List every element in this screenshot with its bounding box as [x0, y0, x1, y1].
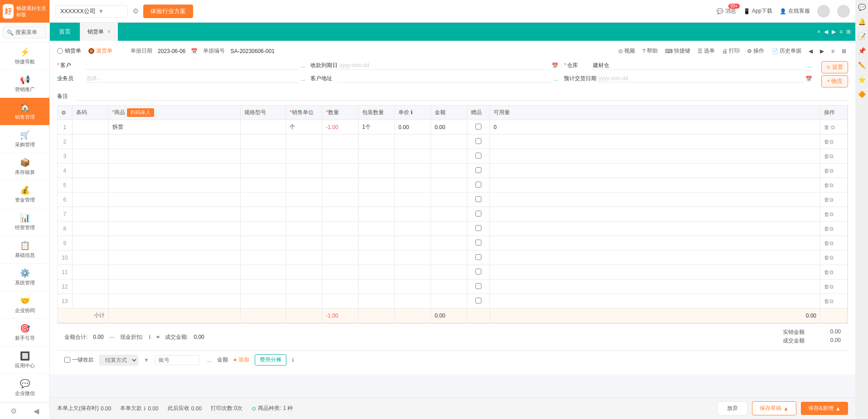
sidebar-settings-icon[interactable]: ⚙ — [10, 407, 17, 415]
date-calendar-icon[interactable]: 📅 — [191, 48, 198, 54]
row-12-delete-icon[interactable]: 🗑 — [824, 284, 829, 290]
row-5-delete-icon[interactable]: 🗑 — [824, 182, 829, 188]
sidebar-collapse-icon[interactable]: ◀ — [34, 407, 39, 415]
messages-button[interactable]: 💬 消息 99+ — [717, 7, 736, 15]
row-9-copy-icon[interactable]: ⧉ — [829, 240, 834, 246]
save-draft-button[interactable]: 保存草稿 ▲ — [752, 401, 796, 415]
row-8-unit-price[interactable] — [395, 222, 431, 236]
row-9-gift[interactable] — [467, 236, 490, 250]
row-3-product[interactable] — [108, 149, 241, 164]
row-4-pkg-quantity[interactable] — [359, 164, 395, 178]
row-9-delete-icon[interactable]: 🗑 — [824, 240, 829, 246]
row-6-unit-price[interactable] — [395, 193, 431, 207]
row-9-unit-price[interactable] — [395, 236, 431, 250]
operations-btn[interactable]: ⚙ 操作 — [745, 46, 766, 56]
delivery-calendar-icon[interactable]: 📅 — [805, 76, 812, 82]
due-date-calendar-icon[interactable]: 📅 — [552, 63, 558, 69]
row-11-unit-price[interactable] — [395, 265, 431, 279]
online-service-button[interactable]: 👤 在线客服 — [780, 7, 810, 15]
address-dots[interactable]: ... — [554, 76, 558, 82]
row-11-gift-checkbox[interactable] — [475, 269, 481, 275]
row-12-unit[interactable] — [286, 279, 322, 294]
row-2-unit-price[interactable] — [395, 135, 431, 149]
row-13-barcode[interactable] — [72, 294, 108, 308]
prev-icon[interactable]: ◀ — [807, 47, 815, 55]
col-settings[interactable]: ⚙ — [58, 106, 72, 120]
row-6-unit[interactable] — [286, 193, 322, 207]
row-4-copy-icon[interactable]: ⧉ — [829, 168, 834, 174]
row-7-unit[interactable] — [286, 207, 322, 222]
row-8-quantity[interactable] — [322, 222, 359, 236]
row-7-delete-icon[interactable]: 🗑 — [824, 211, 829, 217]
return-order-radio[interactable]: 退货单 — [88, 47, 112, 55]
right-panel-star-icon[interactable]: ⭐ — [858, 76, 866, 83]
row-10-product[interactable] — [108, 250, 241, 265]
tab-view-icon-1[interactable]: ◀ — [824, 29, 828, 35]
row-4-gift-checkbox[interactable] — [475, 167, 481, 173]
row-12-gift-checkbox[interactable] — [475, 283, 481, 289]
row-9-amount[interactable] — [431, 236, 467, 250]
right-panel-alert-icon[interactable]: 🔶 — [858, 91, 866, 98]
row-5-gift-checkbox[interactable] — [475, 182, 481, 188]
row-7-gift-checkbox[interactable] — [475, 211, 481, 217]
delivery-date-input[interactable] — [596, 74, 803, 83]
logistics-button[interactable]: + 物流 — [821, 75, 848, 87]
search-menu-button[interactable]: 🔍 搜索菜单 — [3, 26, 47, 39]
sidebar-item-inventory[interactable]: 📦 库存核算 — [0, 153, 49, 181]
row-6-copy-icon[interactable]: ⧉ — [829, 197, 834, 203]
row-5-gift[interactable] — [467, 178, 490, 193]
row-9-unit[interactable] — [286, 236, 322, 250]
row-3-pkg-quantity[interactable] — [359, 149, 395, 164]
row-7-quantity[interactable] — [322, 207, 359, 222]
row-1-copy-icon[interactable]: ⧉ — [831, 124, 835, 130]
row-3-unit[interactable] — [286, 149, 322, 164]
sales-order-radio-input[interactable] — [57, 48, 63, 54]
trial-button[interactable]: 体验行业方案 — [143, 5, 193, 18]
row-10-spec[interactable] — [241, 250, 286, 265]
row-12-pkg-quantity[interactable] — [359, 279, 395, 294]
row-4-gift[interactable] — [467, 164, 490, 178]
salesperson-input[interactable] — [84, 74, 299, 83]
sidebar-item-quick-nav[interactable]: ⚡ 快捷导航 — [0, 43, 49, 70]
row-12-quantity[interactable] — [322, 279, 359, 294]
row-3-barcode[interactable] — [72, 149, 108, 164]
app-download-button[interactable]: 📱 App下载 — [743, 7, 772, 15]
row-6-barcode[interactable] — [72, 193, 108, 207]
row-5-quantity[interactable] — [322, 178, 359, 193]
row-2-gift-checkbox[interactable] — [475, 138, 481, 144]
row-10-unit[interactable] — [286, 250, 322, 265]
add-payment-button[interactable]: ● 添加 — [233, 356, 249, 364]
row-8-delete-icon[interactable]: 🗑 — [824, 226, 829, 232]
one-click-payment-checkbox[interactable] — [64, 357, 70, 363]
row-10-amount[interactable] — [431, 250, 467, 265]
row-7-gift[interactable] — [467, 207, 490, 222]
row-10-gift[interactable] — [467, 250, 490, 265]
user-avatar-2[interactable] — [837, 5, 850, 18]
row-12-barcode[interactable] — [72, 279, 108, 294]
scan-button[interactable]: 扫码录入 — [127, 108, 154, 117]
row-5-amount[interactable] — [431, 178, 467, 193]
row-8-pkg-quantity[interactable] — [359, 222, 395, 236]
history-btn[interactable]: 📄 历史单据 — [770, 46, 803, 56]
row-10-quantity[interactable] — [322, 250, 359, 265]
tab-home[interactable]: 首页 — [50, 23, 80, 41]
sidebar-item-basic[interactable]: 📋 基础信息 — [0, 236, 49, 264]
row-9-pkg-quantity[interactable] — [359, 236, 395, 250]
tab-view-list-icon[interactable]: ≡ — [839, 29, 843, 35]
row-10-unit-price[interactable] — [395, 250, 431, 265]
row-6-gift-checkbox[interactable] — [475, 196, 481, 202]
row-1-spec[interactable] — [241, 120, 286, 135]
row-4-delete-icon[interactable]: 🗑 — [824, 168, 829, 174]
row-9-spec[interactable] — [241, 236, 286, 250]
sidebar-item-finance[interactable]: 💰 资金管理 — [0, 181, 49, 208]
row-12-unit-price[interactable] — [395, 279, 431, 294]
row-2-delete-icon[interactable]: 🗑 — [824, 139, 829, 145]
tab-sales-order[interactable]: 销货单 × — [80, 23, 118, 41]
row-4-unit-price[interactable] — [395, 164, 431, 178]
row-6-pkg-quantity[interactable] — [359, 193, 395, 207]
row-13-amount[interactable] — [431, 294, 467, 308]
sidebar-item-wecom[interactable]: 💬 企业微信 — [0, 374, 49, 402]
row-12-gift[interactable] — [467, 279, 490, 294]
tab-view-grid-icon[interactable]: ⊞ — [846, 29, 851, 35]
row-11-quantity[interactable] — [322, 265, 359, 279]
